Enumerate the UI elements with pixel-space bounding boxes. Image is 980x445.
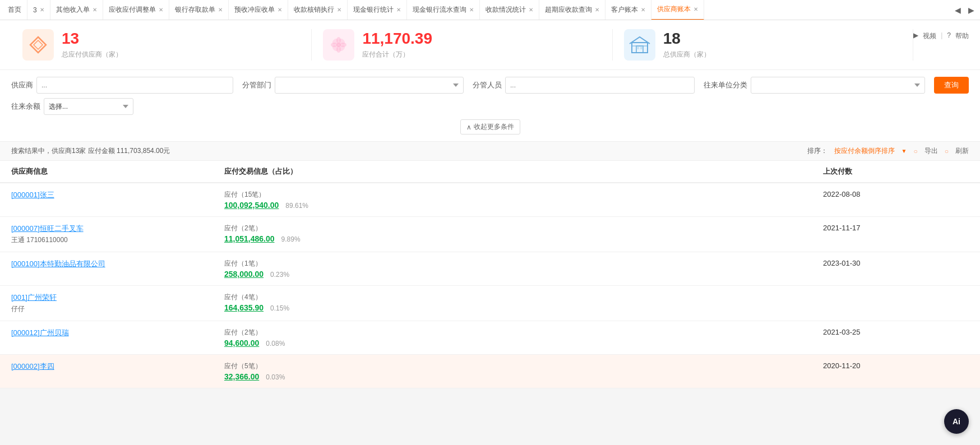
table-row: [000100]本特勤油品有限公司 应付（1笔） 258,000.00 0.23… (0, 252, 980, 286)
trans-label-0: 应付（15笔） (224, 190, 823, 200)
trans-amount-2[interactable]: 258,000.00 (224, 270, 264, 279)
collapse-button[interactable]: ∧ 收起更多条件 (460, 119, 520, 135)
nav-tab-home-label: 首页 (8, 5, 21, 15)
filter-section: 供应商 分管部门 分管人员 往来单位分类 查询 往来余额 选择... (0, 70, 980, 142)
table-row: [001]广州荣轩 仔仔 应付（4笔） 164,635.90 0.15% (0, 286, 980, 321)
nav-tab-3[interactable]: 3 ✕ (27, 0, 50, 20)
nav-tab-collection[interactable]: 收款核销执行 ✕ (288, 0, 348, 20)
dept-filter-label: 分管部门 (242, 80, 271, 90)
summary-card2-info: 11,170.39 应付合计（万） (362, 30, 432, 59)
supplier-name-5: 李四 (40, 362, 54, 370)
top-right-links: ▶ 视频 | ? 帮助 (913, 29, 969, 61)
nav-prev-arrow[interactable]: ◀ (951, 0, 964, 20)
collapse-btn-label: 收起更多条件 (474, 122, 514, 132)
last-payment-date-4: 2021-03-25 (823, 328, 861, 336)
col-header-supplier: 供应商信息 (11, 166, 224, 177)
sort-value[interactable]: 按应付余额倒序排序 (834, 146, 895, 156)
supplier-link-0[interactable]: [000001]张三 (11, 191, 54, 199)
trans-amount-3[interactable]: 164,635.90 (224, 303, 264, 312)
supplier-link-1[interactable]: [000007]恒旺二手叉车 (11, 224, 84, 233)
summary-card3-info: 18 总供应商（家） (663, 30, 710, 59)
result-info-text: 搜索结果中，供应商13家 应付金额 111,703,854.00元 (11, 146, 170, 156)
search-button[interactable]: 查询 (934, 77, 969, 94)
nav-tab-collection-close[interactable]: ✕ (337, 7, 341, 13)
nav-tab-cash-stat[interactable]: 现金银行统计 ✕ (348, 0, 407, 20)
trans-label-2: 应付（1笔） (224, 259, 823, 268)
summary-card1-info: 13 总应付供应商（家） (62, 30, 122, 59)
nav-tab-supplier-ledger[interactable]: 供应商账本 ✕ (651, 0, 704, 20)
filter-person: 分管人员 (473, 77, 695, 94)
transaction-col-4: 应付（2笔） 94,600.00 0.08% (224, 328, 823, 347)
total-suppliers-number: 18 (663, 30, 710, 48)
supplier-link-4[interactable]: [000012]广州贝瑞 (11, 328, 69, 337)
trans-pct-5: 0.03% (266, 373, 285, 381)
supplier-link-5[interactable]: [000002]李四 (11, 362, 54, 370)
transaction-col-1: 应付（2笔） 11,051,486.00 9.89% (224, 224, 823, 243)
nav-tab-bank-deposit-close[interactable]: ✕ (218, 7, 223, 13)
supplier-filter-input[interactable] (36, 77, 233, 94)
supplier-id-1: [000007] (11, 224, 40, 233)
nav-tab-collection-stat-label: 收款情况统计 (486, 5, 526, 15)
result-bar: 搜索结果中，供应商13家 应付金额 111,703,854.00元 排序： 按应… (0, 142, 980, 161)
help-link[interactable]: 帮助 (955, 31, 969, 41)
nav-tab-other-income-close[interactable]: ✕ (93, 7, 97, 13)
nav-tab-customer-ledger[interactable]: 客户账本 ✕ (605, 0, 651, 20)
store-icon (628, 35, 651, 55)
nav-tab-cash-flow[interactable]: 现金银行流水查询 ✕ (407, 0, 480, 20)
last-payment-col-4: 2021-03-25 (823, 328, 935, 336)
nav-tab-home[interactable]: 首页 (2, 0, 27, 20)
nav-tab-3-close[interactable]: ✕ (40, 7, 44, 13)
dept-filter-select[interactable] (275, 77, 464, 94)
nav-tab-prepaid[interactable]: 预收冲应收单 ✕ (229, 0, 288, 20)
person-filter-label: 分管人员 (473, 80, 502, 90)
nav-tab-bank-deposit[interactable]: 银行存取款单 ✕ (169, 0, 229, 20)
supplier-link-2[interactable]: [000100]本特勤油品有限公司 (11, 259, 105, 268)
video-icon: ▶ (913, 31, 918, 39)
nav-tab-customer-ledger-close[interactable]: ✕ (641, 7, 645, 13)
nav-tab-collection-label: 收款核销执行 (294, 5, 334, 15)
supplier-sub-1: 王通 17106110000 (11, 235, 224, 245)
trans-pct-0: 89.61% (285, 202, 308, 210)
supplier-id-0: [000001] (11, 191, 40, 199)
nav-tab-collection-stat[interactable]: 收款情况统计 ✕ (480, 0, 539, 20)
total-payable-suppliers-number: 13 (62, 30, 122, 48)
supplier-id-2: [000100] (11, 259, 40, 268)
flower-icon (329, 35, 349, 55)
balance-filter-label: 往来余额 (11, 101, 40, 112)
summary-section: 13 总应付供应商（家） 11,170.39 应付合计（万） (0, 20, 980, 70)
trans-amount-0[interactable]: 100,092,540.00 (224, 201, 279, 210)
nav-tab-prepaid-close[interactable]: ✕ (278, 7, 282, 13)
supplier-col-5: [000002]李四 (11, 361, 224, 372)
trans-pct-4: 0.08% (266, 340, 285, 347)
nav-tab-cash-stat-close[interactable]: ✕ (396, 7, 401, 13)
nav-tab-supplier-ledger-close[interactable]: ✕ (694, 6, 698, 12)
nav-tab-cash-flow-close[interactable]: ✕ (469, 7, 474, 13)
nav-tab-cash-flow-label: 现金银行流水查询 (413, 5, 466, 15)
supplier-col-2: [000100]本特勤油品有限公司 (11, 259, 224, 269)
last-payment-col-2: 2023-01-30 (823, 259, 935, 267)
nav-tab-prepaid-label: 预收冲应收单 (234, 5, 275, 15)
trans-amount-4[interactable]: 94,600.00 (224, 339, 259, 347)
trans-amount-5[interactable]: 32,366.00 (224, 372, 259, 381)
refresh-button[interactable]: 刷新 (955, 146, 969, 156)
supplier-link-3[interactable]: [001]广州荣轩 (11, 293, 57, 302)
filter-dept: 分管部门 (242, 77, 464, 94)
nav-tab-other-income-label: 其他收入单 (56, 5, 90, 15)
nav-next-arrow[interactable]: ▶ (964, 0, 978, 20)
nav-tab-adjustment[interactable]: 应收应付调整单 ✕ (103, 0, 169, 20)
balance-filter-select[interactable]: 选择... (44, 98, 133, 115)
nav-tab-adjustment-close[interactable]: ✕ (159, 7, 163, 13)
person-filter-input[interactable] (505, 77, 695, 94)
nav-tab-other-income[interactable]: 其他收入单 ✕ (50, 0, 103, 20)
supplier-sub-3: 仔仔 (11, 304, 224, 314)
nav-tab-collection-stat-close[interactable]: ✕ (529, 7, 533, 13)
supplier-id-4: [000012] (11, 328, 40, 337)
category-filter-select[interactable] (751, 77, 926, 94)
summary-card-total-payable: 11,170.39 应付合计（万） (312, 29, 612, 61)
trans-amount-1[interactable]: 11,051,486.00 (224, 234, 275, 243)
nav-tab-overdue[interactable]: 超期应收款查询 ✕ (539, 0, 605, 20)
export-button[interactable]: 导出 (924, 146, 938, 156)
trans-label-1: 应付（2笔） (224, 224, 823, 233)
nav-tab-overdue-close[interactable]: ✕ (595, 7, 599, 13)
video-link[interactable]: 视频 (923, 31, 936, 41)
